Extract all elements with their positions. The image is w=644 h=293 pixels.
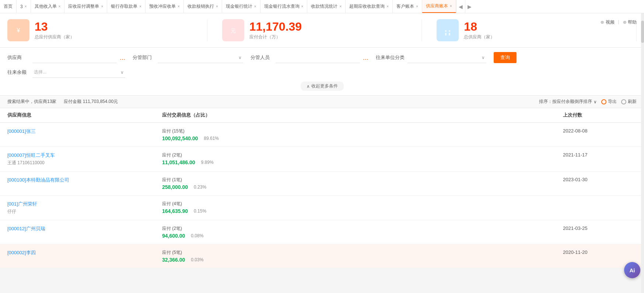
summary-icon-total-payable: 元 — [222, 19, 244, 41]
nav-tab-other-income-close[interactable]: × — [59, 4, 61, 8]
nav-tab-collect-stat[interactable]: 收款情况统计 × — [307, 0, 346, 13]
supplier-info-1: [000007]恒旺二手叉车 王通 17106110000 — [7, 152, 162, 166]
person-label: 分管人员 — [251, 54, 273, 61]
nav-tab-prepay-offset-close[interactable]: × — [178, 4, 180, 8]
summary-label-total-suppliers: 总供应商（家） — [464, 34, 495, 40]
svg-rect-4 — [442, 28, 454, 36]
dept-chevron-icon: ∨ — [238, 55, 242, 60]
trans-label-0: 应付 (15笔) — [162, 128, 563, 134]
supplier-label: 供应商 — [7, 54, 29, 61]
trans-amount-0[interactable]: 100,092,540.00 — [162, 135, 198, 141]
svg-rect-8 — [445, 33, 447, 35]
category-label: 往来单位分类 — [376, 54, 405, 61]
supplier-name-3[interactable]: [001]广州荣轩 — [7, 201, 37, 207]
transaction-info-0: 应付 (15笔) 100,092,540.00 89.61% — [162, 128, 563, 141]
trans-label-3: 应付 (4笔) — [162, 201, 563, 207]
nav-tab-bank[interactable]: 银行存取款单 × — [107, 0, 146, 13]
supplier-name-2[interactable]: [000100]本特勤油品有限公司 — [7, 177, 69, 183]
help-link[interactable]: ⊙ 帮助 — [623, 19, 637, 25]
sort-label: 排序：按应付余额倒序排序 — [539, 99, 592, 105]
trans-amount-5[interactable]: 32,366.00 — [162, 257, 185, 263]
supplier-dots[interactable]: ... — [120, 54, 125, 62]
table-row: [000001]张三 应付 (15笔) 100,092,540.00 89.61… — [0, 123, 644, 147]
play-icon: ⊙ — [601, 20, 604, 25]
collapse-button[interactable]: ∧ 收起更多条件 — [301, 82, 344, 91]
last-pay-1: 2021-11-17 — [563, 152, 637, 158]
nav-tab-customer-book[interactable]: 客户账本 × — [393, 0, 422, 13]
person-dots[interactable]: ... — [363, 54, 368, 62]
scroll-thumb[interactable] — [641, 21, 644, 43]
supplier-name-5[interactable]: [000002]李四 — [7, 250, 36, 255]
refresh-icon — [621, 99, 626, 104]
supplier-input[interactable] — [32, 52, 117, 63]
nav-tab-bank-label: 银行存取款单 — [111, 3, 137, 10]
balance-chevron-icon: ∨ — [120, 70, 124, 75]
search-button[interactable]: 查询 — [494, 52, 517, 63]
nav-tab-collection-exec-close[interactable]: × — [216, 4, 218, 8]
nav-tab-home[interactable]: 首页 — [0, 0, 17, 13]
supplier-name-0[interactable]: [000001]张三 — [7, 128, 36, 134]
nav-tab-cash-flow-close[interactable]: × — [301, 4, 304, 8]
trans-amount-4[interactable]: 94,600.00 — [162, 233, 185, 239]
supplier-contact-3: 仔仔 — [7, 208, 162, 215]
person-input[interactable] — [276, 52, 360, 63]
trans-amount-2[interactable]: 258,000.00 — [162, 184, 188, 190]
result-amount: 应付金额 111,703,854.00元 — [64, 99, 118, 105]
nav-tab-other-income[interactable]: 其他收入单 × — [31, 0, 65, 13]
nav-tab-bank-close[interactable]: × — [139, 4, 141, 8]
svg-rect-5 — [444, 27, 451, 29]
nav-tab-customer-book-close[interactable]: × — [416, 4, 418, 8]
nav-tab-cash-stat-close[interactable]: × — [254, 4, 256, 8]
supplier-name-4[interactable]: [000012]广州贝瑞 — [7, 226, 45, 231]
supplier-name-1[interactable]: [000007]恒旺二手叉车 — [7, 152, 55, 158]
summary-num-total-payable: 11,170.39 — [249, 21, 302, 32]
nav-tab-cash-stat[interactable]: 现金银行统计 × — [222, 0, 260, 13]
dept-select[interactable]: ∨ — [158, 52, 243, 63]
nav-tab-supplier-book-label: 供应商账本 — [426, 3, 448, 9]
supplier-info-5: [000002]李四 — [7, 249, 162, 256]
video-link[interactable]: ⊙ 视频 — [601, 19, 614, 25]
supplier-info-2: [000100]本特勤油品有限公司 — [7, 177, 162, 183]
transaction-info-2: 应付 (1笔) 258,000.00 0.23% — [162, 177, 563, 190]
table-header: 供应商信息 应付交易信息（占比） 上次付数 — [0, 108, 644, 123]
nav-tab-3[interactable]: 3 × — [17, 0, 31, 13]
nav-tab-adjust[interactable]: 应收应付调整单 × — [64, 0, 107, 13]
refresh-button[interactable]: 刷新 — [621, 99, 637, 105]
last-pay-5: 2020-11-20 — [563, 249, 637, 255]
nav-arrow-left[interactable]: ◀ — [456, 0, 465, 13]
nav-tab-supplier-book[interactable]: 供应商账本 × — [422, 0, 456, 13]
nav-arrow-right[interactable]: ▶ — [465, 0, 474, 13]
balance-select[interactable]: 选择... ∨ — [32, 67, 125, 78]
nav-tab-3-close[interactable]: × — [25, 4, 27, 8]
help-label: 帮助 — [628, 20, 637, 25]
nav-tab-prepay-offset[interactable]: 预收冲应收单 × — [146, 0, 184, 13]
nav-tab-adjust-close[interactable]: × — [101, 4, 103, 8]
summary-num-payable: 13 — [35, 21, 74, 32]
category-select[interactable]: ∨ — [407, 52, 486, 63]
last-pay-0: 2022-08-08 — [563, 128, 637, 134]
sort-button[interactable]: 排序：按应付余额倒序排序 ∨ — [539, 99, 597, 105]
last-pay-2: 2023-01-30 — [563, 177, 637, 182]
filter-row-2: 往来余额 选择... ∨ — [7, 67, 637, 78]
export-button[interactable]: 导出 — [601, 99, 617, 105]
summary-info-total-payable: 11,170.39 应付合计（万） — [249, 21, 302, 40]
nav-tab-overdue-close[interactable]: × — [386, 4, 389, 8]
summary-info-total-suppliers: 18 总供应商（家） — [464, 21, 495, 40]
trans-percent-0: 89.61% — [204, 136, 219, 141]
trans-amount-3[interactable]: 164,635.90 — [162, 208, 188, 214]
nav-tab-supplier-book-close[interactable]: × — [450, 4, 452, 8]
nav-tab-adjust-label: 应收应付调整单 — [68, 3, 99, 10]
filter-item-dept: 分管部门 ∨ — [133, 52, 243, 63]
nav-tab-cash-flow[interactable]: 现金银行流水查询 × — [260, 0, 308, 13]
nav-tab-collect-stat-close[interactable]: × — [339, 4, 342, 8]
nav-tab-collection-exec[interactable]: 收款核销执行 × — [184, 0, 222, 13]
sort-chevron-icon: ∨ — [594, 99, 597, 104]
help-divider: | — [618, 19, 619, 25]
filter-area: 供应商 ... 分管部门 ∨ 分管人员 ... 往来单位分类 ∨ 查询 — [0, 48, 644, 96]
nav-tab-overdue[interactable]: 超期应收收款查询 × — [346, 0, 393, 13]
svg-rect-9 — [449, 33, 450, 35]
trans-percent-3: 0.15% — [194, 208, 206, 214]
supplier-info-0: [000001]张三 — [7, 128, 162, 135]
trans-amount-1[interactable]: 11,051,486.00 — [162, 159, 195, 165]
scroll-bar[interactable] — [641, 13, 644, 268]
